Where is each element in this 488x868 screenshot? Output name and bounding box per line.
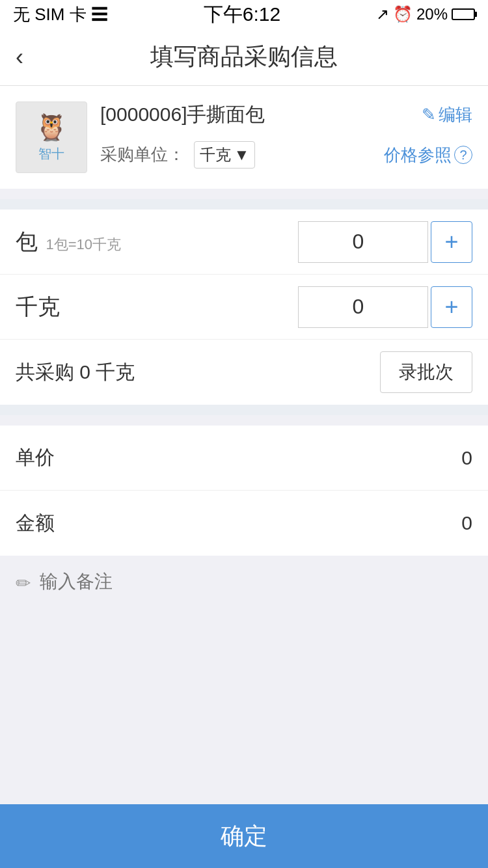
unit-label-group: 采购单位： 千克 ▼ (100, 141, 255, 169)
kilogram-label: 千克 (16, 294, 60, 319)
page-title: 填写商品采购信息 (150, 41, 338, 73)
product-info: [0000006]手撕面包 ✎ 编辑 采购单位： 千克 ▼ 价格参照 ? (100, 102, 472, 169)
product-unit-row: 采购单位： 千克 ▼ 价格参照 ? (100, 141, 472, 169)
notes-icon: ✏ (16, 573, 31, 594)
section-divider-2 (0, 405, 488, 415)
unit-dropdown[interactable]: 千克 ▼ (194, 141, 255, 169)
batch-button[interactable]: 录批次 (380, 351, 472, 393)
product-logo-text: 智十 (38, 145, 64, 163)
kilogram-label-group: 千克 (16, 292, 298, 322)
package-input[interactable] (298, 221, 428, 263)
battery-icon (452, 8, 475, 20)
kilogram-input-control: + (298, 286, 472, 328)
price-ref-label: 价格参照 (384, 144, 452, 167)
package-row: 包 1包=10千克 + (0, 210, 488, 275)
status-right: ↗ ⏰ 20% (376, 5, 475, 23)
package-label-group: 包 1包=10千克 (16, 227, 298, 257)
back-button[interactable]: ‹ (16, 44, 23, 71)
input-section: 包 1包=10千克 + 千克 + (0, 210, 488, 340)
amount-row: 金额 0 (0, 491, 488, 556)
nav-bar: ‹ 填写商品采购信息 (0, 29, 488, 86)
notes-input[interactable] (40, 571, 472, 592)
summary-text: 共采购 0 千克 (16, 359, 135, 386)
notes-section: ✏ (0, 556, 488, 610)
status-left: 无 SIM 卡 ☰ (13, 3, 108, 26)
price-ref-button[interactable]: 价格参照 ? (384, 144, 472, 167)
section-divider-1 (0, 199, 488, 210)
product-section: 🦉 智十 [0000006]手撕面包 ✎ 编辑 采购单位： 千克 ▼ 价格参照 … (0, 86, 488, 189)
status-time: 下午6:12 (204, 1, 280, 28)
product-logo-icon: 🦉 (35, 112, 68, 142)
amount-label: 金额 (16, 510, 55, 537)
package-sub-label: 1包=10千克 (46, 236, 121, 252)
package-plus-button[interactable]: + (431, 221, 472, 263)
product-name: [0000006]手撕面包 (100, 102, 265, 128)
amount-value: 0 (461, 512, 472, 534)
unit-value: 千克 (200, 144, 231, 165)
price-ref-icon: ? (454, 146, 472, 164)
confirm-button[interactable]: 确定 (0, 804, 488, 868)
edit-button[interactable]: ✎ 编辑 (422, 103, 472, 126)
unit-label: 采购单位： (100, 144, 185, 164)
product-name-row: [0000006]手撕面包 ✎ 编辑 (100, 102, 472, 128)
kilogram-plus-button[interactable]: + (431, 286, 472, 328)
unit-price-value: 0 (461, 447, 472, 469)
summary-row: 共采购 0 千克 录批次 (0, 340, 488, 405)
edit-icon: ✎ (422, 105, 436, 125)
status-bar: 无 SIM 卡 ☰ 下午6:12 ↗ ⏰ 20% (0, 0, 488, 29)
unit-price-label: 单价 (16, 444, 55, 471)
kilogram-row: 千克 + (0, 275, 488, 340)
alarm-icon: ⏰ (393, 5, 413, 23)
package-label: 包 (16, 229, 38, 254)
edit-label: 编辑 (439, 103, 472, 126)
location-icon: ↗ (376, 5, 389, 23)
battery-percent: 20% (416, 5, 448, 23)
unit-price-row: 单价 0 (0, 426, 488, 491)
kilogram-input[interactable] (298, 286, 428, 328)
price-section: 单价 0 金额 0 (0, 426, 488, 556)
package-input-control: + (298, 221, 472, 263)
product-thumbnail: 🦉 智十 (16, 102, 87, 173)
dropdown-icon: ▼ (234, 146, 249, 164)
